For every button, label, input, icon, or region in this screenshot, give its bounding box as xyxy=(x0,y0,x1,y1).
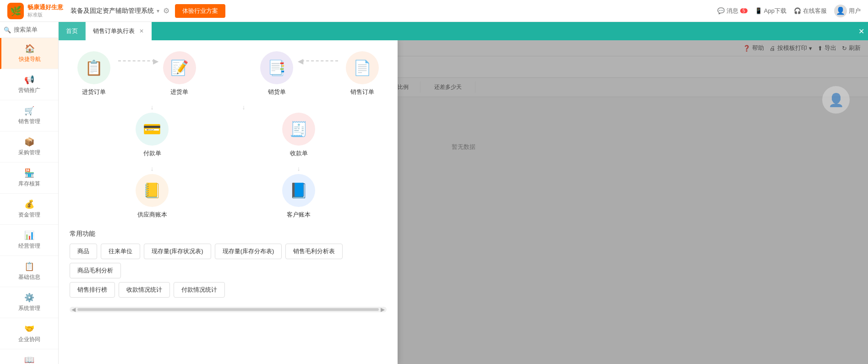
sidebar-item-quick-nav[interactable]: 🏠 快捷导航 xyxy=(0,38,58,69)
marketing-icon: 📢 xyxy=(24,75,34,85)
sidebar-item-finance[interactable]: 💰 资金管理 xyxy=(0,194,58,225)
sales-icon: 🛒 xyxy=(24,106,34,116)
spacer1 xyxy=(70,103,125,111)
sales-bill-label: 销货单 xyxy=(268,88,286,96)
logo-line2: 标准版 xyxy=(27,11,63,18)
online-service-button[interactable]: 🎧 在线客服 xyxy=(794,7,827,15)
modal-scrollbar[interactable]: ◀ ▶ xyxy=(70,307,387,312)
purchase-order-label: 进货订单 xyxy=(82,88,106,96)
message-label: 消息 xyxy=(726,7,738,15)
purchase-icon: 📦 xyxy=(24,137,34,147)
message-button[interactable]: 💬 消息 5 xyxy=(717,7,748,15)
finance-icon: 💰 xyxy=(24,199,34,209)
tab-home[interactable]: 首页 xyxy=(59,22,86,40)
try-button[interactable]: 体验行业方案 xyxy=(175,4,225,18)
marketing-label: 营销推广 xyxy=(18,87,40,94)
payment-label: 付款单 xyxy=(143,149,161,158)
sidebar-search[interactable]: 🔍 搜索菜单 xyxy=(0,22,58,38)
logo-icon: 🌿 xyxy=(7,3,24,19)
sidebar: 🔍 搜索菜单 🏠 快捷导航 📢 营销推广 🛒 销售管理 📦 采购管理 🏪 xyxy=(0,22,59,364)
inventory-label: 库存核算 xyxy=(18,180,40,188)
receipt-icon: 🧾 xyxy=(289,120,308,138)
sidebar-item-sales[interactable]: 🛒 销售管理 xyxy=(0,100,58,131)
basic-info-label: 基础信息 xyxy=(18,273,40,281)
customer-account-circle: 📘 xyxy=(282,174,315,207)
func-btn-sales-margin[interactable]: 销售毛利分析表 xyxy=(285,244,343,259)
modal-dialog: 📋 进货订单 ▶ xyxy=(59,40,398,364)
flow-row-arrows2: ↓ ↓ xyxy=(70,165,387,172)
system-name-text: 装备及固定资产辅助管理系统 xyxy=(71,7,154,15)
app-download-button[interactable]: 📱 App下载 xyxy=(755,7,786,15)
sidebar-item-guide[interactable]: 📖 新手引导 xyxy=(0,349,58,364)
sidebar-item-operations[interactable]: 📊 经营管理 xyxy=(0,225,58,256)
purchase-label: 采购管理 xyxy=(18,149,40,157)
flow-item-supplier-account[interactable]: 📒 供应商账本 xyxy=(125,174,180,219)
sales-order-exec-label: 销售订单执行表 xyxy=(93,27,135,35)
sales-label: 销售管理 xyxy=(18,118,40,125)
sales-order-icon: 📄 xyxy=(353,59,371,76)
modal-overlay: 📋 进货订单 ▶ xyxy=(59,40,868,364)
scroll-right-arrow[interactable]: ▶ xyxy=(381,306,385,313)
basic-info-icon: 📋 xyxy=(24,261,34,272)
func-btn-partners[interactable]: 往来单位 xyxy=(101,244,140,259)
sidebar-item-basic-info[interactable]: 📋 基础信息 xyxy=(0,256,58,287)
sales-bill-icon: 📑 xyxy=(267,59,286,76)
system-name: 装备及固定资产辅助管理系统 ▾ xyxy=(71,7,159,15)
payment-circle: 💳 xyxy=(136,113,169,146)
content-area: 首页 销售订单执行表 ✕ ✕ ❓ 帮助 🖨 xyxy=(59,22,868,364)
supplier-account-icon: 📒 xyxy=(143,182,161,199)
purchase-bill-circle: 📝 xyxy=(163,51,196,84)
user-area[interactable]: 👤 用户 xyxy=(834,5,861,17)
func-btn-stock-dist[interactable]: 现存量(库存分布表) xyxy=(215,244,282,259)
avatar: 👤 xyxy=(834,5,847,17)
func-btn-stock-status[interactable]: 现存量(库存状况表) xyxy=(144,244,211,259)
sales-order-label: 销售订单 xyxy=(350,88,374,96)
func-btn-product-margin[interactable]: 商品毛利分析 xyxy=(70,263,121,278)
scroll-left-arrow[interactable]: ◀ xyxy=(71,306,76,313)
quick-nav-icon: 🏠 xyxy=(25,43,35,54)
enterprise-label: 企业协同 xyxy=(18,336,40,343)
page-content: ❓ 帮助 🖨 按模板打印 ▾ ⬆ 导出 ↻ 刷新 xyxy=(59,40,868,364)
settings-icon[interactable]: ⚙ xyxy=(163,6,169,15)
payment-icon: 💳 xyxy=(143,120,161,138)
common-functions-title: 常用功能 xyxy=(70,230,387,238)
enterprise-icon: 🤝 xyxy=(24,324,34,334)
flow-item-customer-account[interactable]: 📘 客户账本 xyxy=(271,174,326,219)
flow-item-receipt[interactable]: 🧾 收款单 xyxy=(271,113,326,158)
overlay-avatar-icon: 👤 xyxy=(828,92,844,108)
sidebar-item-purchase[interactable]: 📦 采购管理 xyxy=(0,131,58,163)
sidebar-item-marketing[interactable]: 📢 营销推广 xyxy=(0,69,58,100)
sidebar-item-enterprise[interactable]: 🤝 企业协同 xyxy=(0,318,58,349)
flow-item-purchase-order[interactable]: 📋 进货订单 xyxy=(70,51,118,96)
online-service-label: 在线客服 xyxy=(803,7,827,15)
search-label: 搜索菜单 xyxy=(14,26,38,34)
func-btn-payment-stats[interactable]: 付款情况统计 xyxy=(174,282,225,298)
user-name: 用户 xyxy=(849,7,861,15)
download-icon: 📱 xyxy=(755,7,762,14)
func-btn-sales-rank[interactable]: 销售排行榜 xyxy=(70,282,115,298)
top-right: 💬 消息 5 📱 App下载 🎧 在线客服 👤 用户 xyxy=(717,5,861,17)
service-icon: 🎧 xyxy=(794,7,801,14)
flow-item-sales-order[interactable]: 📄 销售订单 xyxy=(338,51,387,96)
sidebar-item-inventory[interactable]: 🏪 库存核算 xyxy=(0,163,58,194)
flow-item-sales-bill[interactable]: 📑 销货单 xyxy=(252,51,301,96)
func-btn-receipt-stats[interactable]: 收款情况统计 xyxy=(119,282,170,298)
tab-sales-order-exec[interactable]: 销售订单执行表 ✕ xyxy=(86,22,152,40)
search-icon: 🔍 xyxy=(4,27,11,33)
sidebar-item-system[interactable]: ⚙️ 系统管理 xyxy=(0,287,58,318)
message-icon: 💬 xyxy=(717,7,725,14)
operations-icon: 📊 xyxy=(24,230,34,240)
main-area: 🔍 搜索菜单 🏠 快捷导航 📢 营销推广 🛒 销售管理 📦 采购管理 🏪 xyxy=(0,22,868,364)
arrow-po-to-pb: ▶ xyxy=(118,51,155,72)
flow-item-purchase-bill[interactable]: 📝 进货单 xyxy=(155,51,203,96)
purchase-bill-label: 进货单 xyxy=(170,88,188,96)
scrollbar-track[interactable] xyxy=(77,308,379,311)
system-dropdown-icon[interactable]: ▾ xyxy=(157,8,159,14)
home-tab-label: 首页 xyxy=(66,27,78,35)
close-all-tabs-icon[interactable]: ✕ xyxy=(858,27,864,36)
flow-item-payment[interactable]: 💳 付款单 xyxy=(125,113,180,158)
system-icon: ⚙️ xyxy=(24,293,34,303)
func-btn-product[interactable]: 商品 xyxy=(70,244,97,259)
tab-close-icon[interactable]: ✕ xyxy=(139,28,144,34)
spacer6 xyxy=(180,165,271,172)
